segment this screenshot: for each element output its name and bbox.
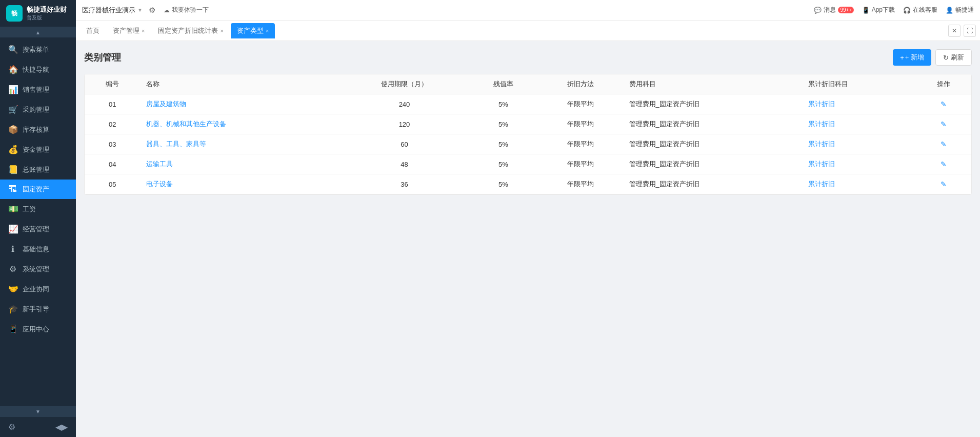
edit-btn-1[interactable]: ✎ — [941, 120, 947, 128]
cell-action-1: ✎ — [915, 114, 971, 134]
sidebar-item-label-system: 系统管理 — [23, 265, 49, 274]
tab-depreciation-report[interactable]: 固定资产折旧统计表× — [152, 23, 229, 38]
edit-btn-4[interactable]: ✎ — [941, 180, 947, 188]
sidebar-item-label-quick-nav: 快捷导航 — [23, 65, 49, 74]
sidebar-scroll-up[interactable]: ▲ — [0, 27, 76, 37]
sidebar-item-sales[interactable]: 📊 销售管理 — [0, 80, 76, 100]
maximize-tab-btn[interactable]: ⛶ — [964, 25, 976, 37]
cell-cumulative_account-0[interactable]: 累计折旧 — [802, 94, 915, 114]
sidebar-item-label-basic-info: 基础信息 — [23, 245, 49, 254]
app-download-btn[interactable]: 📱 App下载 — [862, 6, 895, 14]
sidebar-item-search[interactable]: 🔍 搜索菜单 — [0, 39, 76, 59]
sidebar-item-label-purchase: 采购管理 — [23, 105, 49, 114]
cell-expense_account-4: 管理费用_固定资产折旧 — [623, 174, 803, 194]
app-download-label: App下载 — [872, 6, 895, 14]
tab-label-depreciation-report: 固定资产折旧统计表 — [158, 26, 218, 35]
tab-close-asset-type[interactable]: × — [266, 28, 269, 34]
app-center-icon: 📱 — [8, 324, 17, 334]
cell-cumulative_account-4[interactable]: 累计折旧 — [802, 174, 915, 194]
cell-name-3[interactable]: 运输工具 — [140, 154, 340, 174]
sidebar-nav: 🔍 搜索菜单 🏠 快捷导航 📊 销售管理 🛒 采购管理 📦 库存核算 💰 资金管… — [0, 37, 76, 406]
edit-btn-3[interactable]: ✎ — [941, 160, 947, 168]
col-header-method: 折旧方法 — [538, 74, 623, 94]
cell-method-0: 年限平均 — [538, 94, 623, 114]
sidebar-item-label-app-center: 应用中心 — [23, 325, 49, 334]
new-btn[interactable]: + + 新增 — [893, 49, 931, 66]
user-avatar[interactable]: 👤 畅捷通 — [946, 6, 974, 14]
cell-cumulative_account-1[interactable]: 累计折旧 — [802, 114, 915, 134]
sidebar-scroll-down[interactable]: ▼ — [0, 406, 76, 416]
sidebar-item-purchase[interactable]: 🛒 采购管理 — [0, 100, 76, 120]
sidebar-item-basic-info[interactable]: ℹ 基础信息 — [0, 239, 76, 259]
cell-name-0[interactable]: 房屋及建筑物 — [140, 94, 340, 114]
cell-cumulative_account-2[interactable]: 累计折旧 — [802, 134, 915, 154]
sidebar: 畅 畅捷通好业财 普及版 ▲ 🔍 搜索菜单 🏠 快捷导航 📊 销售管理 🛒 采购… — [0, 0, 76, 437]
refresh-btn[interactable]: ↻ 刷新 — [935, 49, 972, 66]
search-icon: 🔍 — [8, 45, 17, 54]
cell-residual-0: 5% — [468, 94, 538, 114]
cloud-icon: ☁ — [164, 7, 170, 14]
sidebar-item-app-center[interactable]: 📱 应用中心 — [0, 319, 76, 339]
tabs-bar: 首页资产管理×固定资产折旧统计表×资产类型× ✕ ⛶ — [76, 21, 980, 41]
tab-home[interactable]: 首页 — [80, 23, 106, 38]
sidebar-item-fixed-assets[interactable]: 🏗 固定资产 — [0, 180, 76, 199]
cell-method-4: 年限平均 — [538, 174, 623, 194]
sidebar-item-inventory[interactable]: 📦 库存核算 — [0, 120, 76, 140]
topbar-gear-icon[interactable]: ⚙ — [149, 6, 155, 15]
topbar-right: 💬 消息 99++ 📱 App下载 🎧 在线客服 👤 畅捷通 — [814, 6, 974, 14]
cell-name-4[interactable]: 电子设备 — [140, 174, 340, 194]
settings-icon[interactable]: ⚙ — [8, 422, 15, 432]
user-name: 畅捷通 — [955, 6, 974, 14]
quick-nav-icon: 🏠 — [8, 65, 17, 74]
tab-asset-type[interactable]: 资产类型× — [231, 23, 275, 38]
sidebar-item-capital[interactable]: 💰 资金管理 — [0, 140, 76, 160]
page-actions: + + 新增 ↻ 刷新 — [893, 49, 972, 66]
sales-icon: 📊 — [8, 85, 17, 94]
cell-cumulative_account-3[interactable]: 累计折旧 — [802, 154, 915, 174]
edit-btn-0[interactable]: ✎ — [941, 100, 947, 108]
topbar: 医疗器械行业演示 ▼ ⚙ ☁ 我要体验一下 💬 消息 99++ 📱 App下载 … — [76, 0, 980, 21]
cell-name-1[interactable]: 机器、机械和其他生产设备 — [140, 114, 340, 134]
sidebar-item-quick-nav[interactable]: 🏠 快捷导航 — [0, 59, 76, 80]
sidebar-item-label-inventory: 库存核算 — [23, 125, 49, 134]
tab-close-depreciation-report[interactable]: × — [220, 28, 223, 34]
message-btn[interactable]: 💬 消息 99++ — [814, 6, 853, 14]
cell-action-2: ✎ — [915, 134, 971, 154]
sidebar-item-enterprise[interactable]: 🤝 企业协同 — [0, 279, 76, 299]
experience-btn[interactable]: ☁ 我要体验一下 — [164, 6, 209, 14]
edit-btn-2[interactable]: ✎ — [941, 140, 947, 148]
company-selector[interactable]: 医疗器械行业演示 ▼ — [82, 6, 143, 15]
page-content: 类别管理 + + 新增 ↻ 刷新 编号名称使用期限（月）残值率折旧方法费用科目累… — [76, 41, 980, 437]
cell-period-1: 120 — [341, 114, 468, 134]
cell-name-2[interactable]: 器具、工具、家具等 — [140, 134, 340, 154]
cell-residual-4: 5% — [468, 174, 538, 194]
close-tab-btn[interactable]: ✕ — [948, 25, 961, 37]
sidebar-item-ledger[interactable]: 📒 总账管理 — [0, 160, 76, 180]
sidebar-item-guide[interactable]: 🎓 新手引导 — [0, 299, 76, 319]
sidebar-item-operations[interactable]: 📈 经营管理 — [0, 219, 76, 239]
sidebar-item-label-search: 搜索菜单 — [23, 45, 49, 54]
chevron-down-icon: ▼ — [137, 7, 143, 13]
cell-code-2: 03 — [85, 134, 140, 154]
app-version: 普及版 — [27, 14, 67, 22]
col-header-expense_account: 费用科目 — [623, 74, 803, 94]
ledger-icon: 📒 — [8, 165, 17, 174]
sidebar-item-payroll[interactable]: 💵 工资 — [0, 199, 76, 219]
online-service-btn[interactable]: 🎧 在线客服 — [903, 6, 937, 14]
cell-period-3: 48 — [341, 154, 468, 174]
cell-action-4: ✎ — [915, 174, 971, 194]
collapse-icon[interactable]: ◀▶ — [55, 422, 68, 432]
cell-code-1: 02 — [85, 114, 140, 134]
tab-label-asset-type: 资产类型 — [237, 26, 264, 35]
cell-code-3: 04 — [85, 154, 140, 174]
tab-asset-mgmt[interactable]: 资产管理× — [107, 23, 151, 38]
tab-close-asset-mgmt[interactable]: × — [142, 28, 145, 34]
table-row: 01房屋及建筑物2405%年限平均管理费用_固定资产折旧累计折旧✎ — [85, 94, 971, 114]
sidebar-item-system[interactable]: ⚙ 系统管理 — [0, 259, 76, 279]
basic-info-icon: ℹ — [8, 244, 17, 254]
company-name: 医疗器械行业演示 — [82, 6, 135, 15]
plus-icon: + — [900, 54, 904, 62]
tab-label-asset-mgmt: 资产管理 — [113, 26, 139, 35]
sidebar-item-label-payroll: 工资 — [23, 205, 36, 214]
table-row: 03器具、工具、家具等605%年限平均管理费用_固定资产折旧累计折旧✎ — [85, 134, 971, 154]
